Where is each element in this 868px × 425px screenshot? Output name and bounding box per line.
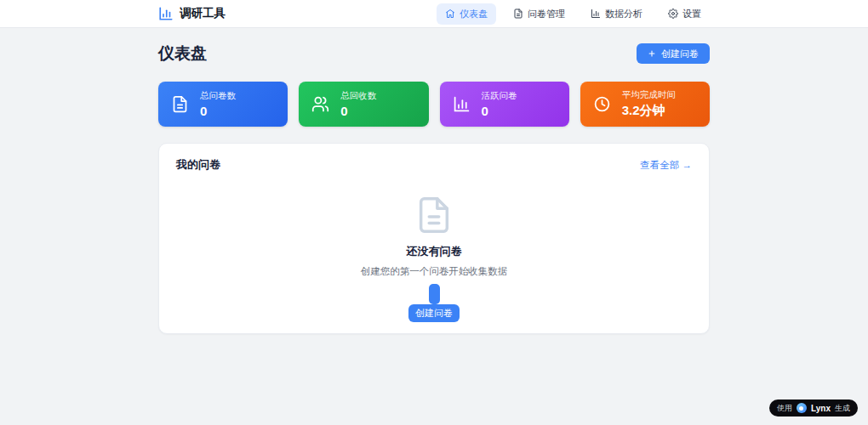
- home-icon: [445, 8, 455, 19]
- empty-create-survey-button[interactable]: 创建问卷: [408, 304, 460, 322]
- stat-value: 0: [340, 104, 376, 118]
- bar-chart-icon: [453, 95, 471, 113]
- badge-suffix: 生成: [835, 403, 850, 414]
- nav-item-label: 问卷管理: [528, 8, 565, 20]
- empty-state-title: 还没有问卷: [407, 244, 462, 259]
- top-navigation-bar: 调研工具 仪表盘 问卷管理 数据分析: [0, 0, 868, 28]
- nav-item-label: 仪表盘: [460, 8, 488, 20]
- nav-item-surveys[interactable]: 问卷管理: [505, 3, 574, 25]
- gear-icon: [668, 8, 678, 19]
- page-title: 仪表盘: [158, 42, 207, 65]
- create-survey-button-label: 创建问卷: [661, 48, 699, 60]
- nav-item-label: 数据分析: [605, 8, 642, 20]
- nav-item-dashboard[interactable]: 仪表盘: [437, 3, 496, 25]
- stat-card-avg-completion-time: 平均完成时间 3.2分钟: [580, 82, 710, 127]
- main-nav: 仪表盘 问卷管理 数据分析 设置: [437, 3, 710, 25]
- stat-card-total-responses: 总回收数 0: [299, 82, 428, 127]
- users-icon: [311, 95, 329, 113]
- document-icon: [414, 196, 454, 235]
- empty-state-description: 创建您的第一个问卷开始收集数据: [361, 265, 508, 278]
- stats-row: 总问卷数 0 总回收数 0 活跃问卷 0: [158, 82, 710, 127]
- nav-item-settings[interactable]: 设置: [660, 3, 710, 25]
- dashboard-main: 仪表盘 创建问卷 总问卷数 0: [158, 28, 710, 334]
- nav-item-label: 设置: [682, 8, 701, 20]
- bar-chart-icon: [158, 6, 174, 21]
- stat-value: 3.2分钟: [622, 103, 676, 119]
- lynx-generated-badge[interactable]: 使用 Lynx 生成: [769, 400, 858, 416]
- plus-icon: [648, 49, 656, 58]
- lynx-logo-icon: [797, 403, 807, 413]
- brand: 调研工具: [158, 6, 226, 21]
- document-icon: [513, 8, 523, 19]
- stat-card-active-surveys: 活跃问卷 0: [440, 82, 569, 127]
- create-survey-button[interactable]: 创建问卷: [637, 43, 710, 64]
- stat-value: 0: [200, 104, 236, 118]
- my-surveys-panel: 我的问卷 查看全部 → 还没有问卷 创建您的第一个问卷开始收集数据 创建问卷: [158, 143, 710, 334]
- stat-label: 总回收数: [340, 90, 376, 102]
- stat-card-total-surveys: 总问卷数 0: [158, 82, 288, 127]
- document-icon: [171, 95, 189, 113]
- view-all-link[interactable]: 查看全部 →: [640, 159, 692, 172]
- bar-chart-icon: [591, 8, 601, 19]
- app-title: 调研工具: [180, 6, 226, 21]
- stat-label: 活跃问卷: [482, 90, 517, 102]
- panel-title: 我的问卷: [176, 157, 220, 173]
- nav-item-analytics[interactable]: 数据分析: [582, 3, 651, 25]
- stat-label: 平均完成时间: [622, 89, 676, 101]
- stat-label: 总问卷数: [200, 90, 236, 102]
- empty-state: 还没有问卷 创建您的第一个问卷开始收集数据 创建问卷: [176, 196, 692, 322]
- badge-prefix: 使用: [777, 403, 792, 414]
- badge-brand: Lynx: [811, 404, 831, 413]
- plus-icon[interactable]: [429, 284, 440, 304]
- clock-icon: [593, 95, 611, 113]
- stat-value: 0: [482, 104, 517, 118]
